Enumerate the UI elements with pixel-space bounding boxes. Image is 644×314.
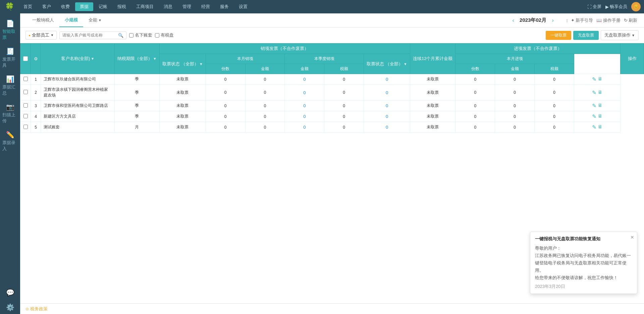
sidebar-item-settings-bottom[interactable]: ⚙️: [1, 301, 19, 314]
nav-billing[interactable]: 收费: [56, 2, 74, 11]
row-index: 5: [31, 122, 41, 133]
th-month-in: 本月进项: [455, 54, 574, 64]
row-actions: ✎ 🖥: [574, 101, 620, 111]
search-input[interactable]: [62, 33, 117, 38]
employee-select[interactable]: ● 全部员工 ▼: [25, 31, 57, 40]
has-tax-disk-checkbox[interactable]: 有税盘: [155, 32, 174, 38]
row-cumulative[interactable]: 0: [364, 101, 410, 111]
nav-business[interactable]: 工商项目: [131, 2, 158, 11]
edit-icon-0[interactable]: ✎: [592, 76, 596, 82]
toolbar: ● 全部员工 ▼ 🔍 名下账套 有税盘 一键取票: [20, 27, 644, 43]
row-check-0[interactable]: [23, 77, 28, 81]
row-quarter-tax: 0: [324, 101, 364, 111]
user-avatar[interactable]: 😊: [631, 2, 641, 11]
row-cumulative[interactable]: 0: [364, 122, 410, 133]
toolbar-right: 一键取票 无盘取票 无盘取票操作 ▼: [546, 30, 639, 40]
sub-tabs-bar: 一般纳税人 小规模 全能 ▼ ‹ 2023年02月 › | ✦ 新手引导: [20, 13, 644, 27]
book-icon: 📖: [596, 18, 602, 23]
row-tax-period: 季: [115, 74, 160, 85]
view-icon-0[interactable]: 🖥: [598, 76, 602, 82]
th-in-group: 进项发票（不合作废票）: [455, 44, 621, 54]
edit-icon-1[interactable]: ✎: [592, 89, 596, 96]
row-cumulative[interactable]: 0: [364, 111, 410, 122]
view-icon-3[interactable]: 🖥: [598, 113, 602, 120]
refresh-btn[interactable]: ↻ 刷新: [624, 17, 637, 23]
row-quarter-amount[interactable]: 0: [285, 85, 324, 101]
row-month-amount: 0: [245, 101, 285, 111]
fullscreen-btn[interactable]: ⛶ 全屏: [587, 4, 601, 10]
row-check-4[interactable]: [23, 125, 28, 129]
nav-invoices[interactable]: 票据: [75, 2, 93, 11]
row-check-2[interactable]: [23, 103, 28, 108]
row-actions: ✎ 🖥: [574, 85, 620, 101]
no-disk-ops-btn[interactable]: 无盘取票操作 ▼: [601, 30, 639, 40]
row-quarter-amount[interactable]: 0: [285, 101, 324, 111]
refresh-icon: ↻: [624, 18, 628, 23]
sidebar-item-invoice-issue[interactable]: 🧾 发票开具: [1, 45, 19, 71]
prev-month-btn[interactable]: ‹: [509, 17, 517, 24]
search-box: 🔍: [59, 32, 126, 39]
table-body: 1 卫辉市玖玖健合医药有限公司 季 未取票 0 0 0 0 0 未取票 0 0 …: [20, 74, 644, 133]
one-key-ticket-btn[interactable]: 一键取票: [546, 31, 571, 40]
row-quarter-amount[interactable]: 0: [285, 111, 324, 122]
nav-home[interactable]: 首页: [19, 2, 37, 11]
sales-status-filter-icon[interactable]: ▼: [199, 62, 203, 66]
tax-policy-link[interactable]: ⊙ 税务政策: [25, 306, 48, 312]
row-cumulative[interactable]: 0: [364, 85, 410, 101]
row-quarter-amount[interactable]: 0: [285, 122, 324, 133]
view-icon-1[interactable]: 🖥: [598, 89, 602, 96]
row-month-shares: 0: [206, 101, 245, 111]
manual-btn[interactable]: 📖 操作手册: [596, 17, 620, 23]
row-cumulative[interactable]: 0: [364, 74, 410, 85]
view-icon-4[interactable]: 🖥: [598, 124, 602, 130]
row-client-name: 测试账套: [41, 122, 115, 133]
help-icon: 💬: [6, 289, 14, 297]
tax-period-filter-icon[interactable]: ▼: [153, 57, 157, 61]
edit-icon-2[interactable]: ✎: [592, 103, 596, 109]
under-name-check[interactable]: [129, 33, 133, 38]
play-icon: ▶: [605, 4, 609, 9]
in-status-filter-icon[interactable]: ▼: [404, 62, 407, 66]
tab-general-taxpayer[interactable]: 一般纳税人: [27, 14, 59, 27]
tab-all[interactable]: 全能 ▼: [83, 14, 107, 27]
under-name-checkbox[interactable]: 名下账套: [129, 32, 152, 38]
row-check-1[interactable]: [23, 90, 28, 94]
row-check-3[interactable]: [23, 114, 28, 118]
tab-small-scale[interactable]: 小规模: [59, 14, 83, 27]
client-filter-icon[interactable]: ▼: [91, 57, 94, 61]
search-icon[interactable]: 🔍: [118, 33, 123, 38]
sidebar-item-invoice-summary[interactable]: 📊 票据汇总: [1, 72, 19, 99]
member-btn[interactable]: ▶ 畅享会员: [605, 4, 627, 10]
row-in-status: 未取票: [410, 111, 455, 122]
row-in-tax: 0: [535, 111, 574, 122]
select-all-checkbox[interactable]: [23, 56, 28, 61]
view-icon-2[interactable]: 🖥: [598, 103, 602, 109]
nav-settings[interactable]: 设置: [234, 2, 252, 11]
row-sales-status: 未取票: [159, 111, 206, 122]
sidebar-item-smart-ticket[interactable]: 📄 智能取票: [1, 17, 19, 43]
nav-service[interactable]: 服务: [215, 2, 233, 11]
th-settings: ⚙: [31, 44, 41, 74]
edit-icon-4[interactable]: ✎: [592, 124, 596, 130]
settings-icon[interactable]: ⚙: [34, 56, 38, 61]
sidebar-item-scan-upload[interactable]: 📷 扫描上传: [1, 100, 19, 127]
top-navbar: 🍀 首页 客户 收费 票据 记账 报税 工商项目 消息 管理 经营 服务 设置 …: [0, 0, 644, 13]
nav-tax[interactable]: 报税: [113, 2, 131, 11]
sidebar-item-help[interactable]: 💬: [1, 286, 19, 299]
nav-clients[interactable]: 客户: [38, 2, 56, 11]
notification-close-btn[interactable]: ✕: [630, 235, 634, 240]
next-month-btn[interactable]: ›: [549, 17, 556, 24]
nav-manage[interactable]: 管理: [178, 2, 196, 11]
no-disk-ticket-btn[interactable]: 无盘取票: [573, 31, 599, 40]
new-guide-btn[interactable]: ✦ 新手引导: [571, 17, 593, 23]
row-quarter-amount[interactable]: 0: [285, 74, 324, 85]
app-logo: 🍀: [3, 1, 15, 13]
nav-message[interactable]: 消息: [159, 2, 177, 11]
scan-upload-icon: 📷: [6, 103, 14, 111]
nav-accounting[interactable]: 记账: [94, 2, 112, 11]
edit-icon-3[interactable]: ✎: [592, 113, 596, 120]
invoice-table: ⚙ 客户名称(全部) ▼ 纳税期限（全部） ▼: [20, 43, 644, 133]
has-tax-disk-check[interactable]: [155, 33, 159, 38]
sidebar-item-invoice-entry[interactable]: ✏️ 票据录入: [1, 128, 19, 154]
nav-operation[interactable]: 经营: [197, 2, 215, 11]
